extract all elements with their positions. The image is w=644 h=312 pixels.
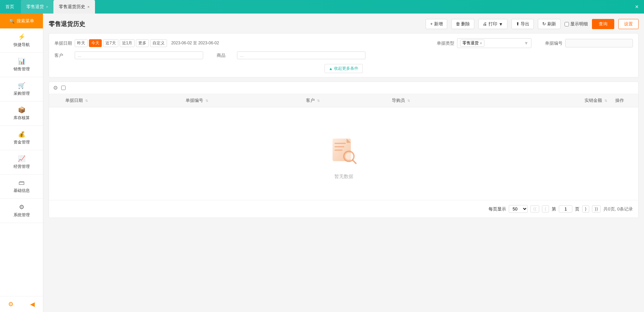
top-bar-close[interactable]: × bbox=[635, 3, 644, 10]
quick-nav-icon: ⚡ bbox=[18, 33, 25, 41]
tab-home[interactable]: 首页 bbox=[0, 0, 20, 14]
purchase-icon: 🛒 bbox=[18, 82, 25, 89]
sidebar-item-operations[interactable]: 📈 经营管理 bbox=[0, 150, 43, 175]
first-page-button[interactable]: ⟨⟨ bbox=[530, 205, 539, 213]
sidebar-search[interactable]: 🔍 搜索菜单 bbox=[0, 14, 43, 28]
refresh-button[interactable]: ↻ 刷新 bbox=[538, 19, 560, 29]
table-header-row: 单据日期 ⇅ 单据编号 ⇅ 客户 ⇅ 导购员 ⇅ bbox=[49, 94, 638, 107]
type-clear-icon[interactable]: × bbox=[480, 41, 482, 46]
search-icon: 🔍 bbox=[9, 19, 15, 24]
collapse-button[interactable]: ▲ 收起更多条件 bbox=[325, 64, 363, 73]
svg-line-8 bbox=[352, 160, 356, 163]
goods-placeholder: ... bbox=[240, 53, 244, 58]
top-bar: 首页 零售退货 × 零售退货历史 × × bbox=[0, 0, 644, 14]
sidebar-item-system[interactable]: ⚙ 系统管理 bbox=[0, 199, 43, 223]
page-title: 零售退货历史 bbox=[49, 20, 85, 28]
setting-button[interactable]: 设置 bbox=[618, 19, 639, 29]
sidebar-item-finance[interactable]: 💰 资金管理 bbox=[0, 126, 43, 150]
setting-button-label: 设置 bbox=[624, 21, 633, 26]
empty-illustration bbox=[327, 134, 361, 168]
data-table: 单据日期 ⇅ 单据编号 ⇅ 客户 ⇅ 导购员 ⇅ bbox=[49, 94, 638, 200]
print-dropdown-icon: ▼ bbox=[499, 22, 503, 27]
goods-label: 商品 bbox=[217, 52, 237, 59]
filter-area: 单据日期 昨天 今天 近7天 近1月 更多 自定义 2023-06-02 至 2… bbox=[49, 33, 639, 77]
goods-select[interactable]: ... bbox=[237, 51, 365, 59]
tab-home-label: 首页 bbox=[5, 4, 14, 10]
th-date-label: 单据日期 bbox=[65, 98, 83, 103]
show-detail-toggle[interactable]: 显示明细 bbox=[565, 21, 588, 27]
sidebar-collapse-icon[interactable]: ◀ bbox=[30, 300, 35, 308]
per-page-select[interactable]: 20 50 100 bbox=[509, 205, 528, 213]
date-btn-more[interactable]: 更多 bbox=[136, 39, 149, 47]
date-btn-7days[interactable]: 近7天 bbox=[103, 39, 118, 47]
sidebar-settings-icon[interactable]: ⚙ bbox=[8, 300, 14, 308]
collapse-label: 收起更多条件 bbox=[334, 66, 358, 71]
next-page-button[interactable]: ⟩ bbox=[582, 205, 589, 213]
collapse-up-icon: ▲ bbox=[329, 66, 333, 71]
date-btn-yesterday[interactable]: 昨天 bbox=[75, 39, 88, 47]
sidebar-item-purchase[interactable]: 🛒 采购管理 bbox=[0, 77, 43, 102]
th-customer-label: 客户 bbox=[306, 98, 315, 103]
date-btn-1month[interactable]: 近1月 bbox=[120, 39, 135, 47]
date-buttons: 昨天 今天 近7天 近1月 更多 自定义 bbox=[75, 39, 167, 47]
type-selected-tag: 零售退货 × bbox=[460, 40, 484, 47]
sidebar-item-inventory[interactable]: 📦 库存核算 bbox=[0, 102, 43, 126]
customer-select[interactable]: ... bbox=[75, 51, 203, 59]
tab-retail-return-history-label: 零售退货历史 bbox=[59, 4, 85, 10]
th-amount[interactable]: 实销金额 ⇅ bbox=[491, 94, 611, 107]
date-label: 单据日期 bbox=[54, 40, 75, 46]
th-date[interactable]: 单据日期 ⇅ bbox=[61, 94, 182, 107]
type-selected-value: 零售退货 bbox=[462, 40, 479, 46]
th-customer[interactable]: 客户 ⇅ bbox=[302, 94, 388, 107]
th-amount-sort: ⇅ bbox=[604, 99, 607, 103]
sidebar-item-label: 采购管理 bbox=[14, 91, 30, 96]
voucher-input[interactable] bbox=[565, 39, 633, 47]
th-number[interactable]: 单据编号 ⇅ bbox=[182, 94, 302, 107]
sidebar-item-basic-info[interactable]: 🗃 基础信息 bbox=[0, 175, 43, 199]
svg-rect-3 bbox=[334, 150, 342, 151]
date-range-display: 2023-06-02 至 2023-06-02 bbox=[171, 40, 219, 46]
export-button[interactable]: ⬆ 导出 bbox=[511, 19, 534, 29]
query-button[interactable]: 查询 bbox=[592, 19, 614, 29]
filter-row-2: 客户 ... 商品 ... bbox=[54, 51, 633, 59]
tab-retail-return[interactable]: 零售退货 × bbox=[21, 0, 53, 14]
new-button[interactable]: + 新增 bbox=[426, 19, 447, 29]
tab-list: 首页 零售退货 × 零售退货历史 × bbox=[0, 0, 635, 14]
th-guide[interactable]: 导购员 ⇅ bbox=[388, 94, 491, 107]
delete-button-label: 🗑 删除 bbox=[456, 21, 470, 27]
page-header: 零售退货历史 + 新增 🗑 删除 🖨 打印 ▼ ⬆ 导出 ↻ 刷新 显示明细 bbox=[49, 19, 639, 29]
sidebar-bottom: ⚙ ◀ bbox=[0, 296, 43, 312]
empty-row: 暂无数据 bbox=[49, 107, 638, 200]
th-guide-sort: ⇅ bbox=[407, 99, 410, 103]
sidebar: 🔍 搜索菜单 ⚡ 快捷导航 📊 销售管理 🛒 采购管理 📦 库存核算 💰 资金管… bbox=[0, 14, 43, 312]
table-settings-icon[interactable]: ⚙ bbox=[53, 85, 58, 91]
sidebar-item-sales[interactable]: 📊 销售管理 bbox=[0, 53, 43, 77]
tab-retail-return-close[interactable]: × bbox=[46, 5, 48, 9]
pagination: 每页显示 20 50 100 ⟨⟨ ⟨ 第 页 ⟩ ⟩⟩ 共0页, 0条记录 bbox=[49, 200, 638, 218]
sidebar-item-label: 销售管理 bbox=[14, 66, 30, 72]
sidebar-item-quick-nav[interactable]: ⚡ 快捷导航 bbox=[0, 28, 43, 53]
show-detail-checkbox[interactable] bbox=[565, 22, 569, 26]
print-button[interactable]: 🖨 打印 ▼ bbox=[478, 19, 507, 29]
empty-state: 暂无数据 bbox=[49, 107, 638, 200]
page-number-input[interactable] bbox=[559, 205, 572, 213]
prev-page-button[interactable]: ⟨ bbox=[542, 205, 549, 213]
th-ops: 操作 bbox=[611, 94, 638, 107]
total-info: 共0页, 0条记录 bbox=[603, 206, 633, 212]
date-btn-custom[interactable]: 自定义 bbox=[150, 39, 167, 47]
last-page-button[interactable]: ⟩⟩ bbox=[592, 205, 601, 213]
show-detail-label: 显示明细 bbox=[570, 21, 588, 27]
date-btn-today[interactable]: 今天 bbox=[89, 39, 102, 47]
tab-retail-return-history-close[interactable]: × bbox=[87, 5, 89, 9]
type-select[interactable]: 零售退货 × ▼ bbox=[457, 38, 531, 48]
th-guide-label: 导购员 bbox=[392, 98, 405, 103]
type-label: 单据类型 bbox=[437, 40, 457, 46]
th-checkbox bbox=[49, 94, 61, 107]
inventory-icon: 📦 bbox=[18, 106, 25, 114]
select-all-checkbox[interactable] bbox=[61, 86, 66, 90]
th-customer-sort: ⇅ bbox=[317, 99, 320, 103]
basic-info-icon: 🗃 bbox=[19, 179, 25, 186]
tab-retail-return-history[interactable]: 零售退货历史 × bbox=[53, 0, 95, 14]
delete-button[interactable]: 🗑 删除 bbox=[451, 19, 475, 29]
new-button-label: + 新增 bbox=[430, 21, 443, 27]
